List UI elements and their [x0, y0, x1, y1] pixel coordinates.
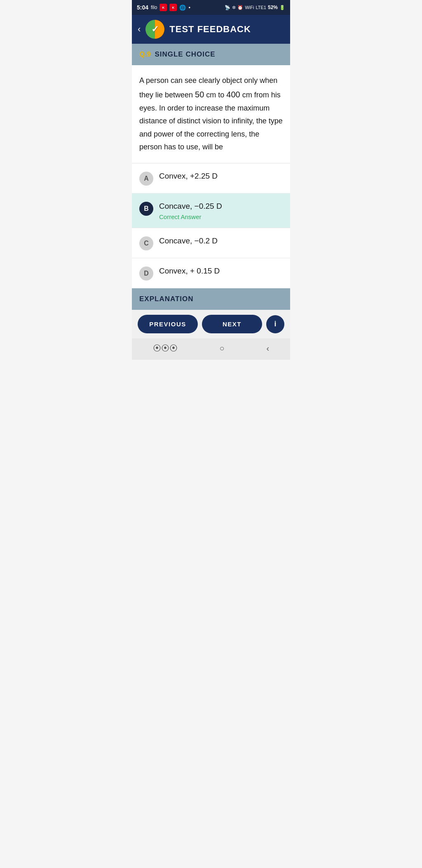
options-container: A Convex, +2.25 D B Concave, −0.25 D Cor…	[132, 163, 290, 289]
option-content-d: Convex, + 0.15 D	[159, 266, 283, 277]
page-title: TEST FEEDBACK	[169, 24, 251, 35]
system-nav-bar: ⦿⦿⦿ ○ ‹	[132, 338, 290, 360]
wifi-icon: WiFi	[245, 5, 254, 10]
bottom-nav: PREVIOUS NEXT i	[132, 310, 290, 338]
question-number: Q.9	[139, 50, 150, 59]
correct-answer-label: Correct Answer	[159, 213, 283, 220]
option-content-a: Convex, +2.25 D	[159, 171, 283, 182]
checkmark-icon: ✓	[151, 24, 159, 35]
option-row-c[interactable]: C Concave, −0.2 D	[132, 228, 290, 258]
option-badge-d: D	[139, 267, 153, 281]
option-row-a[interactable]: A Convex, +2.25 D	[132, 163, 290, 193]
info-button[interactable]: i	[266, 315, 284, 333]
back-system-icon[interactable]: ‹	[266, 344, 269, 353]
status-right: 📡 ✲ ⏰ WiFi LTE1 52% 🔋	[225, 5, 285, 10]
status-left: 5:04 filo K K 🌐 •	[137, 4, 190, 11]
previous-button[interactable]: PREVIOUS	[138, 315, 198, 333]
app-icon-2: K	[169, 4, 177, 11]
math-value-1: 50	[195, 90, 204, 99]
browser-icon: 🌐	[179, 5, 186, 11]
option-badge-a: A	[139, 172, 153, 186]
explanation-title: EXPLANATION	[139, 295, 194, 303]
option-badge-b: B	[139, 202, 153, 216]
option-badge-c: C	[139, 236, 153, 250]
option-text-a: Convex, +2.25 D	[159, 171, 283, 182]
recent-apps-icon[interactable]: ⦿⦿⦿	[153, 344, 178, 353]
option-text-b: Concave, −0.25 D	[159, 201, 283, 212]
signal-icon: LTE1	[256, 5, 266, 10]
status-app-name: filo	[151, 5, 157, 10]
explanation-section: EXPLANATION	[132, 288, 290, 310]
status-bar: 5:04 filo K K 🌐 • 📡 ✲ ⏰ WiFi LTE1 52% 🔋	[132, 0, 290, 15]
option-content-c: Concave, −0.2 D	[159, 236, 283, 247]
alarm-icon: ⏰	[237, 5, 243, 10]
app-logo: ✓	[145, 20, 164, 39]
home-icon[interactable]: ○	[220, 344, 225, 353]
math-value-2: 400	[226, 90, 240, 99]
option-row-b[interactable]: B Concave, −0.25 D Correct Answer	[132, 193, 290, 229]
option-text-c: Concave, −0.2 D	[159, 236, 283, 247]
battery-percent: 52%	[268, 5, 278, 10]
back-button[interactable]: ‹	[138, 25, 141, 34]
question-body: A person can see clearly object only whe…	[132, 65, 290, 163]
question-type: SINGLE CHOICE	[155, 50, 215, 59]
option-content-b: Concave, −0.25 D Correct Answer	[159, 201, 283, 221]
question-header: Q.9 SINGLE CHOICE	[132, 44, 290, 65]
option-text-d: Convex, + 0.15 D	[159, 266, 283, 277]
status-time: 5:04	[137, 4, 148, 11]
battery-icon: 🔋	[279, 5, 285, 10]
app-icon-1: K	[159, 4, 167, 11]
dot-indicator: •	[188, 5, 190, 11]
next-button[interactable]: NEXT	[202, 315, 262, 333]
bluetooth-icon: ✲	[232, 5, 236, 10]
app-header: ‹ ✓ TEST FEEDBACK	[132, 15, 290, 44]
option-row-d[interactable]: D Convex, + 0.15 D	[132, 258, 290, 288]
cast-icon: 📡	[225, 5, 230, 10]
